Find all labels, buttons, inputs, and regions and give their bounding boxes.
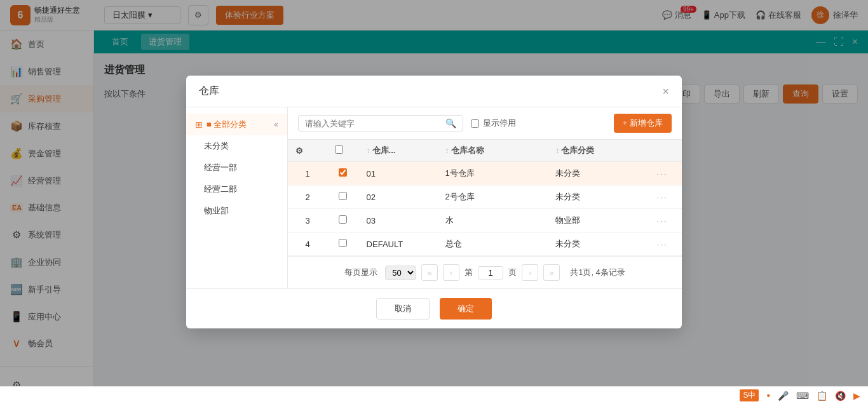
th-name: ↕仓库名称: [438, 140, 548, 162]
dialog-title: 仓库: [199, 84, 219, 98]
th-category: ↕仓库分类: [548, 140, 642, 162]
pagination: 每页显示 50 « ‹ 第 页 › » 共1页, 4条记录: [288, 256, 682, 288]
page-number-input[interactable]: [478, 266, 503, 279]
row-category: 未分类: [548, 185, 642, 209]
row-name: 总仓: [438, 232, 548, 256]
dialog-footer: 取消 确定: [186, 288, 682, 328]
show-disabled-label: 显示停用: [483, 118, 516, 129]
row-code: 03: [359, 209, 438, 232]
row-code: 02: [359, 185, 438, 209]
page-unit: 页: [508, 267, 517, 278]
row-category: 未分类: [548, 162, 642, 185]
s-logo-icon: S中: [740, 389, 759, 401]
last-page-button[interactable]: »: [543, 264, 560, 281]
cancel-button[interactable]: 取消: [376, 298, 430, 320]
row-checkbox[interactable]: [339, 239, 347, 247]
row-more[interactable]: ···: [642, 232, 682, 256]
show-disabled-checkbox-group: 显示停用: [471, 118, 516, 129]
warehouse-table-wrap: ⚙ ↕仓库... ↕仓库名称 ↕仓库分类 1 01 1号仓库 未分: [288, 140, 682, 256]
row-checkbox[interactable]: [339, 168, 347, 177]
more-icon[interactable]: ···: [657, 192, 668, 202]
row-code: DEFAULT: [359, 232, 438, 256]
category-operations-1[interactable]: 经营一部: [186, 157, 287, 178]
more-icon[interactable]: ···: [657, 239, 668, 249]
per-page-label: 每页显示: [344, 267, 377, 278]
confirm-button[interactable]: 确定: [440, 298, 492, 320]
select-all-checkbox[interactable]: [335, 145, 343, 154]
table-header-row: ⚙ ↕仓库... ↕仓库名称 ↕仓库分类: [288, 140, 682, 162]
dialog-body: ⊞ ■ 全部分类 « 未分类 经营一部 经营二部 物业部: [186, 107, 682, 288]
th-more: [642, 140, 682, 162]
status-dot: •: [766, 390, 770, 401]
speaker-icon[interactable]: 🔇: [835, 391, 846, 401]
warehouse-dialog: 仓库 × ⊞ ■ 全部分类 « 未分类 经营一部 经营二部: [186, 76, 682, 328]
row-name: 水: [438, 209, 548, 232]
row-checkbox-cell: [327, 185, 359, 209]
show-disabled-checkbox[interactable]: [471, 119, 479, 128]
row-name: 2号仓库: [438, 185, 548, 209]
all-categories-label: ■ 全部分类: [207, 119, 247, 130]
search-box: 🔍: [298, 115, 463, 131]
category-operations-2[interactable]: 经营二部: [186, 178, 287, 200]
row-category: 物业部: [548, 209, 642, 232]
row-more[interactable]: ···: [642, 162, 682, 185]
dialog-close-button[interactable]: ×: [662, 86, 669, 97]
more-icon[interactable]: ···: [657, 216, 668, 226]
more-icon[interactable]: ···: [657, 169, 668, 178]
keyboard-icon[interactable]: ⌨: [796, 391, 809, 401]
dialog-category-sidebar: ⊞ ■ 全部分类 « 未分类 经营一部 经营二部 物业部: [186, 107, 288, 288]
row-category: 未分类: [548, 232, 642, 256]
row-name: 1号仓库: [438, 162, 548, 185]
row-num: 3: [288, 209, 327, 232]
mic-icon[interactable]: 🎤: [778, 391, 789, 401]
th-code: ↕仓库...: [359, 140, 438, 162]
category-unclassified[interactable]: 未分类: [186, 135, 287, 157]
row-checkbox-cell: [327, 209, 359, 232]
warehouse-table: ⚙ ↕仓库... ↕仓库名称 ↕仓库分类 1 01 1号仓库 未分: [288, 140, 682, 256]
table-row[interactable]: 4 DEFAULT 总仓 未分类 ···: [288, 232, 682, 256]
page-label: 第: [465, 267, 473, 278]
th-gear-icon: ⚙: [295, 146, 303, 156]
search-icon[interactable]: 🔍: [445, 118, 456, 128]
dialog-header: 仓库 ×: [186, 76, 682, 107]
th-checkbox: [327, 140, 359, 162]
bottom-status-bar: S中 • 🎤 ⌨ 📋 🔇 ▶: [0, 386, 868, 404]
category-property[interactable]: 物业部: [186, 200, 287, 222]
row-num: 2: [288, 185, 327, 209]
row-checkbox-cell: [327, 162, 359, 185]
modal-overlay: 仓库 × ⊞ ■ 全部分类 « 未分类 经营一部 经营二部: [0, 0, 868, 404]
prev-page-button[interactable]: ‹: [443, 264, 459, 281]
play-icon[interactable]: ▶: [853, 391, 860, 401]
clipboard-icon[interactable]: 📋: [817, 391, 827, 401]
first-page-button[interactable]: «: [421, 264, 438, 281]
row-code: 01: [359, 162, 438, 185]
row-more[interactable]: ···: [642, 185, 682, 209]
all-categories-item[interactable]: ⊞ ■ 全部分类 «: [186, 114, 287, 135]
dialog-toolbar: 🔍 显示停用 + 新增仓库: [288, 107, 682, 140]
collapse-button[interactable]: «: [274, 120, 278, 129]
row-more[interactable]: ···: [642, 209, 682, 232]
row-checkbox[interactable]: [339, 215, 347, 224]
row-checkbox[interactable]: [339, 192, 347, 200]
page-summary: 共1页, 4条记录: [570, 267, 625, 278]
dialog-main-panel: 🔍 显示停用 + 新增仓库 ⚙: [288, 107, 682, 288]
search-input[interactable]: [305, 119, 442, 128]
row-checkbox-cell: [327, 232, 359, 256]
grid-icon: ⊞: [195, 119, 203, 130]
add-warehouse-button[interactable]: + 新增仓库: [614, 114, 672, 133]
per-page-select[interactable]: 50: [385, 266, 416, 280]
next-page-button[interactable]: ›: [522, 264, 538, 281]
row-num: 1: [288, 162, 327, 185]
table-row[interactable]: 1 01 1号仓库 未分类 ···: [288, 162, 682, 185]
row-num: 4: [288, 232, 327, 256]
table-row[interactable]: 2 02 2号仓库 未分类 ···: [288, 185, 682, 209]
th-settings: ⚙: [288, 140, 327, 162]
table-row[interactable]: 3 03 水 物业部 ···: [288, 209, 682, 232]
